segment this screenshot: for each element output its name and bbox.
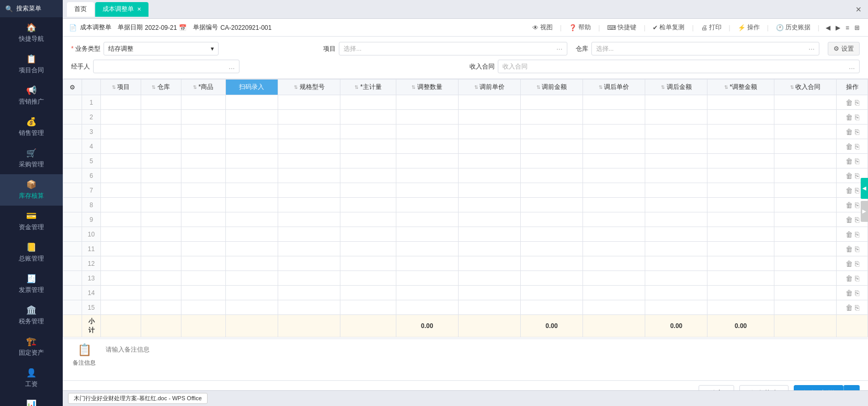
delete-icon-8[interactable]: 🗑: [846, 201, 853, 209]
sidebar-item-salary[interactable]: 👤 工资: [0, 363, 63, 394]
date-value[interactable]: 2022-09-21: [145, 24, 177, 31]
settings-button[interactable]: ⚙ 设置: [828, 42, 860, 55]
copy-icon-8[interactable]: ⎘: [855, 201, 859, 209]
cell-actions-2[interactable]: 🗑 ⎘: [837, 110, 868, 125]
copy-icon-4[interactable]: ⎘: [855, 142, 859, 151]
cell-actions-12[interactable]: 🗑 ⎘: [837, 256, 868, 271]
income-contract-dots[interactable]: ...: [849, 62, 855, 71]
delete-icon-15[interactable]: 🗑: [846, 303, 853, 312]
taskbar: 木门行业好业财处理方案-慕红红.doc - WPS Office: [63, 390, 868, 406]
copy-icon-5[interactable]: ⎘: [855, 157, 859, 165]
sidebar-item-quick-nav[interactable]: 🏠 快捷导航: [0, 17, 63, 49]
cell-actions-14[interactable]: 🗑 ⎘: [837, 286, 868, 300]
right-tab-collapse[interactable]: ◀: [861, 178, 868, 199]
delete-icon-3[interactable]: 🗑: [846, 128, 853, 136]
toolbar-btn-history[interactable]: 🕐 历史账据: [773, 22, 814, 33]
cell-actions-1[interactable]: 🗑 ⎘: [837, 95, 868, 110]
copy-icon-14[interactable]: ⎘: [855, 289, 859, 297]
calendar-icon[interactable]: 📅: [179, 24, 187, 31]
notes-input[interactable]: [104, 343, 860, 375]
tab-close-cost-adjust[interactable]: ✕: [137, 6, 141, 12]
delete-icon-5[interactable]: 🗑: [846, 157, 853, 165]
sidebar-item-marketing[interactable]: 📢 营销推广: [0, 80, 63, 111]
delete-icon-7[interactable]: 🗑: [846, 186, 853, 195]
copy-icon-10[interactable]: ⎘: [855, 230, 859, 239]
copy-icon-2[interactable]: ⎘: [855, 113, 859, 121]
col-label-warehouse: 仓库: [157, 83, 170, 91]
cell-actions-15[interactable]: 🗑 ⎘: [837, 300, 868, 315]
delete-icon-13[interactable]: 🗑: [846, 274, 853, 283]
delete-icon-6[interactable]: 🗑: [846, 172, 853, 180]
nav-next-icon[interactable]: ▶: [833, 23, 842, 32]
sidebar-item-inventory[interactable]: 📦 库存核算: [0, 174, 63, 206]
income-contract-input[interactable]: 收入合同 ...: [498, 60, 860, 73]
cell-prev_price-3: [458, 125, 520, 139]
cell-warehouse-1: [141, 95, 181, 110]
nav-prev-icon[interactable]: ◀: [824, 23, 832, 32]
copy-icon-7[interactable]: ⎘: [855, 186, 859, 195]
cell-after_price-11: [583, 242, 645, 256]
delete-icon-14[interactable]: 🗑: [846, 289, 853, 297]
right-tab-expand[interactable]: ▶: [861, 201, 868, 222]
cell-gear-3: [63, 125, 82, 139]
cell-actions-10[interactable]: 🗑 ⎘: [837, 227, 868, 242]
sidebar-item-sales[interactable]: 💰 销售管理: [0, 111, 63, 143]
copy-icon-13[interactable]: ⎘: [855, 274, 859, 283]
cell-adjust_qty-8: [396, 198, 458, 212]
toolbar-btn-shortcut[interactable]: ⌨ 快捷键: [604, 22, 639, 33]
cell-actions-3[interactable]: 🗑 ⎘: [837, 125, 868, 139]
handler-input[interactable]: ...: [93, 60, 239, 73]
toolbar-btn-operations[interactable]: ⚡ 操作: [735, 22, 763, 33]
grid-view-icon[interactable]: ⊞: [852, 23, 862, 32]
sidebar-item-invoice[interactable]: 🧾 发票管理: [0, 268, 63, 300]
business-type-input[interactable]: 结存调整 ▾: [104, 42, 219, 55]
cell-actions-13[interactable]: 🗑 ⎘: [837, 271, 868, 286]
delete-icon-4[interactable]: 🗑: [846, 142, 853, 151]
window-close-button[interactable]: ✕: [853, 4, 864, 15]
cell-actions-11[interactable]: 🗑 ⎘: [837, 242, 868, 256]
copy-icon-15[interactable]: ⎘: [855, 303, 859, 312]
cell-actions-5[interactable]: 🗑 ⎘: [837, 154, 868, 168]
delete-icon-12[interactable]: 🗑: [846, 260, 853, 268]
toolbar-btn-print[interactable]: 🖨 打印: [698, 22, 725, 33]
cell-actions-4[interactable]: 🗑 ⎘: [837, 139, 868, 154]
copy-icon-1[interactable]: ⎘: [855, 98, 859, 107]
delete-icon-11[interactable]: 🗑: [846, 245, 853, 253]
copy-icon-3[interactable]: ⎘: [855, 128, 859, 136]
toolbar-btn-help[interactable]: ❓ 帮助: [566, 22, 594, 33]
delete-icon-9[interactable]: 🗑: [846, 216, 853, 224]
warehouse-input[interactable]: 选择... ···: [591, 42, 819, 55]
sidebar-item-tax[interactable]: 🏛️ 税务管理: [0, 300, 63, 331]
delete-icon-2[interactable]: 🗑: [846, 113, 853, 121]
delete-icon-1[interactable]: 🗑: [846, 98, 853, 107]
sidebar-item-operations[interactable]: 📊 经营管理: [0, 394, 63, 406]
warehouse-dots[interactable]: ···: [808, 44, 815, 53]
list-view-icon[interactable]: ≡: [843, 23, 851, 32]
copy-icon-11[interactable]: ⎘: [855, 245, 859, 253]
project-input[interactable]: 选择... ···: [339, 42, 567, 55]
sidebar-item-ledger[interactable]: 📒 总账管理: [0, 237, 63, 268]
sidebar-item-project-contract[interactable]: 📋 项目合同: [0, 49, 63, 80]
delete-icon-10[interactable]: 🗑: [846, 230, 853, 239]
tab-cost-adjust[interactable]: 成本调整单✕: [95, 2, 149, 17]
col-label-actions: 操作: [846, 83, 859, 91]
col-header-scan[interactable]: 扫码录入: [225, 80, 278, 95]
cell-gear-5: [63, 154, 82, 168]
handler-dots[interactable]: ...: [229, 62, 235, 71]
tab-home[interactable]: 首页: [67, 2, 94, 17]
toolbar-btn-check[interactable]: ✔ 检单复测: [649, 22, 688, 33]
col-header-adjust_amount: ⇅ *调整金额: [707, 80, 774, 95]
copy-icon-9[interactable]: ⎘: [855, 216, 859, 224]
col-header-gear[interactable]: ⚙: [63, 80, 82, 95]
toolbar-btn-view[interactable]: 👁 视图: [529, 22, 556, 33]
copy-icon-6[interactable]: ⎘: [855, 172, 859, 180]
sidebar-item-assets[interactable]: 🏗️ 固定资产: [0, 331, 63, 363]
sidebar-search[interactable]: 🔍 搜索菜单: [0, 0, 63, 17]
copy-icon-12[interactable]: ⎘: [855, 260, 859, 268]
handler-label: 经手人: [71, 62, 90, 71]
sidebar-item-finance[interactable]: 💳 资金管理: [0, 206, 63, 237]
sidebar-item-purchase[interactable]: 🛒 采购管理: [0, 143, 63, 174]
cell-adjust_qty-7: [396, 183, 458, 198]
taskbar-item[interactable]: 木门行业好业财处理方案-慕红红.doc - WPS Office: [68, 393, 208, 404]
project-dots[interactable]: ···: [556, 44, 563, 53]
